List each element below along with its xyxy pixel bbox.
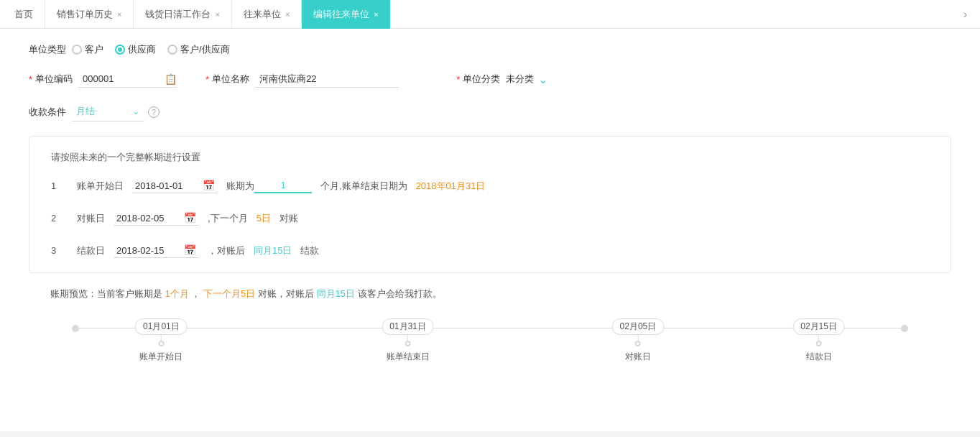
radio-supplier[interactable]: 供应商 (115, 43, 156, 56)
unit-type-label: 单位类型 (29, 43, 66, 56)
timeline-connector-1 (161, 335, 162, 341)
timeline-line: 01月01日 账单开始日 01月31日 账单结束日 02月05日 (79, 328, 901, 328)
unit-code-item: * 单位编码 📋 (29, 70, 177, 88)
period-date-input-3[interactable] (116, 245, 181, 256)
timeline-node-1: 01月01日 账单开始日 (135, 318, 188, 363)
timeline-badge-2: 01月31日 (382, 318, 434, 335)
period-date-input-2[interactable] (116, 213, 181, 224)
payment-label: 收款条件 (29, 106, 66, 119)
tab-unit-close[interactable]: × (285, 10, 290, 19)
page-content: 单位类型 客户 供应商 客户/供应商 * 单位编码 (0, 29, 980, 431)
tabs-expand-button[interactable]: › (956, 8, 974, 21)
payment-select[interactable]: 月结 ⌄ (72, 102, 144, 121)
preview-part2: 下一个月5日 (203, 288, 255, 299)
period-desc-prefix-1: 账期为 (226, 180, 254, 193)
tab-cash-work[interactable]: 钱货日清工作台 × (134, 0, 231, 29)
unit-type-radio-group: 客户 供应商 客户/供应商 (72, 43, 230, 56)
period-calendar-icon-1[interactable]: 📅 (203, 180, 215, 191)
period-desc-3-post: 结款 (300, 244, 319, 257)
timeline-connector-2 (407, 335, 408, 341)
radio-supplier-circle (115, 45, 125, 55)
payment-value: 月结 (76, 105, 132, 118)
period-row-2: 2 对账日 📅 ,下一个月5日 对账 (51, 211, 929, 226)
period-desc-2-highlight: 5日 (256, 212, 271, 225)
tab-home-label: 首页 (14, 8, 33, 21)
period-label-2: 对账日 (77, 212, 105, 225)
tab-edit-unit-label: 编辑往来单位 (313, 8, 369, 21)
unit-type-item: 单位类型 客户 供应商 客户/供应商 (29, 43, 230, 56)
timeline-badge-3: 02月05日 (612, 318, 665, 335)
unit-category-arrow: ⌄ (538, 73, 547, 86)
period-desc-2-pre: ,下一个月 (208, 212, 248, 225)
payment-arrow: ⌄ (132, 106, 139, 116)
period-date-3: 📅 (114, 243, 199, 258)
timeline-connector-4 (818, 335, 819, 341)
tab-sales-history-close[interactable]: × (117, 10, 121, 19)
timeline-label-4: 结款日 (806, 351, 832, 363)
preview-sep1: ， (191, 288, 200, 299)
radio-customer[interactable]: 客户 (72, 43, 103, 56)
preview-part1: 1个月 (165, 288, 189, 299)
unit-name-input[interactable] (255, 70, 399, 88)
tab-edit-unit[interactable]: 编辑往来单位 × (302, 0, 390, 29)
timeline-badge-4: 02月15日 (792, 318, 845, 335)
unit-code-icon[interactable]: 📋 (165, 73, 177, 85)
radio-customer-circle (72, 45, 82, 55)
unit-name-star: * (205, 74, 209, 85)
period-desc-3-pre: ，对账后 (208, 244, 245, 257)
payment-help-icon[interactable]: ? (148, 106, 160, 118)
timeline-node-3: 02月05日 对账日 (612, 318, 665, 363)
unit-category-select[interactable]: 未分类 ⌄ (506, 73, 621, 86)
tabs-bar: 首页 销售订单历史 × 钱货日清工作台 × 往来单位 × 编辑往来单位 × › (0, 0, 980, 29)
unit-code-label: 单位编码 (35, 73, 73, 86)
timeline-dot-3 (635, 341, 641, 346)
period-months-input[interactable] (254, 178, 312, 193)
payment-row: 收款条件 月结 ⌄ ? (29, 102, 951, 121)
tab-cash-work-label: 钱货日清工作台 (145, 8, 211, 21)
tab-home[interactable]: 首页 (6, 0, 45, 29)
period-label-1: 账单开始日 (77, 180, 124, 193)
timeline-label-2: 账单结束日 (387, 351, 430, 363)
period-calendar-icon-3[interactable]: 📅 (184, 244, 196, 256)
timeline-badge-1: 01月01日 (135, 318, 188, 335)
tab-unit-label: 往来单位 (244, 8, 281, 21)
timeline-container: 01月01日 账单开始日 01月31日 账单结束日 02月05日 (29, 318, 951, 361)
period-num-3: 3 (51, 245, 65, 256)
period-num-2: 2 (51, 213, 65, 224)
tab-cash-work-close[interactable]: × (215, 10, 219, 19)
period-box: 请按照未来的一个完整帐期进行设置 1 账单开始日 📅 账期为 个月,账单结束日期… (29, 136, 951, 273)
period-end-date-1: 2018年01月31日 (416, 180, 486, 193)
unit-category-label: 单位分类 (463, 73, 500, 86)
tab-sales-history[interactable]: 销售订单历史 × (45, 0, 134, 29)
period-date-input-1[interactable] (135, 180, 200, 191)
period-label-3: 结款日 (77, 244, 105, 257)
unit-code-input[interactable] (78, 70, 165, 87)
unit-name-label: 单位名称 (212, 73, 249, 86)
unit-type-row: 单位类型 客户 供应商 客户/供应商 (29, 43, 951, 56)
radio-both[interactable]: 客户/供应商 (167, 43, 230, 56)
timeline-dot-2 (405, 341, 411, 346)
tab-unit[interactable]: 往来单位 × (232, 0, 302, 29)
tab-edit-unit-close[interactable]: × (374, 10, 378, 19)
period-desc-3-highlight: 同月15日 (254, 244, 292, 257)
timeline-label-3: 对账日 (625, 351, 651, 363)
period-row-1: 1 账单开始日 📅 账期为 个月,账单结束日期为 2018年01月31日 (51, 178, 929, 193)
period-desc-2-post: 对账 (279, 212, 298, 225)
timeline-node-4: 02月15日 结款日 (792, 318, 845, 363)
period-row-3: 3 结款日 📅 ，对账后 同月15日 结款 (51, 243, 929, 258)
period-calendar-icon-2[interactable]: 📅 (184, 212, 196, 224)
preview-sep2: 对账，对账后 (258, 288, 314, 299)
period-date-2: 📅 (114, 211, 199, 226)
preview-part3: 同月15日 (317, 288, 355, 299)
unit-category-star: * (456, 74, 460, 85)
period-box-title: 请按照未来的一个完整帐期进行设置 (51, 151, 929, 164)
timeline-connector-3 (637, 335, 638, 341)
tab-sales-history-label: 销售订单历史 (57, 8, 113, 21)
unit-category-item: * 单位分类 未分类 ⌄ (456, 73, 621, 86)
period-num-1: 1 (51, 180, 65, 191)
timeline-dot-4 (816, 341, 822, 346)
unit-info-row: * 单位编码 📋 * 单位名称 * 单位分类 未分类 ⌄ (29, 70, 951, 88)
period-desc-suffix-1: 个月,账单结束日期为 (320, 180, 407, 193)
unit-name-item: * 单位名称 (205, 70, 399, 88)
radio-both-label: 客户/供应商 (180, 43, 230, 56)
